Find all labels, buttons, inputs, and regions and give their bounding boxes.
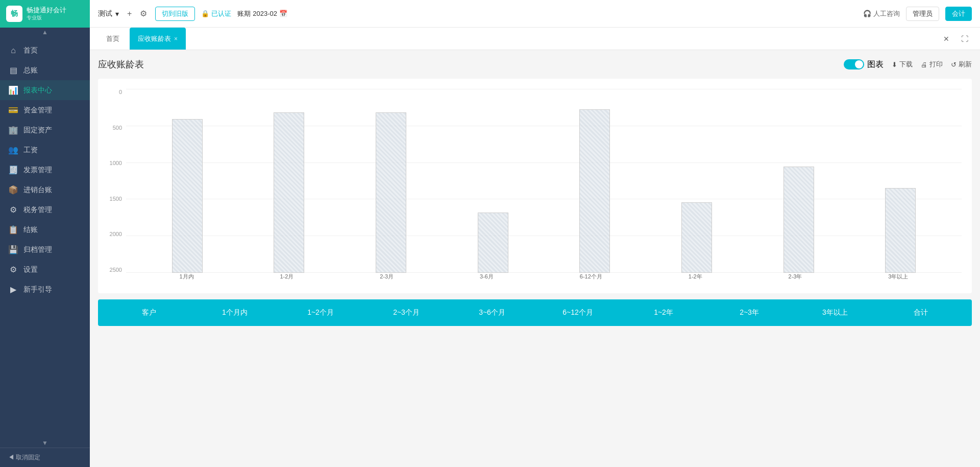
download-button[interactable]: ⬇ 下载 — [892, 60, 913, 69]
sidebar-item-home[interactable]: ⌂首页 — [0, 41, 90, 60]
sidebar-item-wages[interactable]: 👥工资 — [0, 140, 90, 160]
project-selector[interactable]: 测试 ▾ — [98, 9, 119, 18]
y-label: 0 — [108, 89, 122, 95]
sidebar-label-settings: 设置 — [23, 265, 38, 274]
y-label: 1500 — [108, 196, 122, 202]
main-area: 测试 ▾ + ⚙ 切到旧版 🔒 已认证 账期 2023-02 📅 🎧 人工咨询 … — [90, 0, 980, 467]
topbar: 测试 ▾ + ⚙ 切到旧版 🔒 已认证 账期 2023-02 📅 🎧 人工咨询 … — [90, 0, 980, 28]
table-header-cell: 客户 — [106, 308, 192, 317]
y-label: 500 — [108, 125, 122, 131]
bars-row — [126, 89, 962, 273]
logo-sub: 专业版 — [27, 14, 66, 21]
bar-group — [885, 188, 916, 273]
print-button[interactable]: 🖨 打印 — [921, 60, 943, 69]
bars-area: 1月内1-2月2-3月3-6月6-12个月1-2年2-3年3年以上 — [126, 89, 962, 283]
consult-button[interactable]: 🎧 人工咨询 — [863, 9, 900, 18]
sidebar-icon-reports: 📊 — [8, 85, 18, 95]
page-actions: 图表 ⬇ 下载 🖨 打印 ↺ 刷新 — [844, 59, 972, 70]
chart-wrap: 25002000150010005000 1月内1-2月2-3月3-6月6-12… — [108, 89, 962, 283]
period-selector[interactable]: 账期 2023-02 📅 — [237, 9, 287, 18]
refresh-button[interactable]: ↺ 刷新 — [951, 60, 972, 69]
y-label: 2000 — [108, 231, 122, 237]
sidebar-item-funds[interactable]: 💳资金管理 — [0, 100, 90, 120]
page-title: 应收账龄表 — [98, 58, 144, 71]
tab-home[interactable]: 首页 — [98, 28, 128, 50]
table-header-cell: 3年以上 — [792, 308, 878, 317]
sidebar-item-guide[interactable]: ▶新手引导 — [0, 279, 90, 299]
table-header-cell: 1~2年 — [621, 308, 706, 317]
table-header-cell: 3~6个月 — [449, 308, 535, 317]
x-labels: 1月内1-2月2-3月3-6月6-12个月1-2年2-3年3年以上 — [126, 273, 962, 283]
bar-group — [681, 202, 712, 273]
x-label: 1-2月 — [280, 273, 293, 283]
x-label: 1-2年 — [689, 273, 702, 283]
add-button[interactable]: + — [125, 7, 134, 20]
bar — [478, 213, 508, 273]
bar-group — [172, 119, 203, 273]
x-label: 6-12个月 — [580, 273, 602, 283]
tab-home-label: 首页 — [106, 34, 119, 43]
sidebar-label-home: 首页 — [23, 46, 38, 55]
y-axis: 25002000150010005000 — [108, 89, 126, 283]
sidebar-label-settle: 结账 — [23, 225, 38, 235]
unpin-sidebar-button[interactable]: ◀ 取消固定 — [0, 448, 90, 467]
sidebar-item-reports[interactable]: 📊报表中心 — [0, 80, 90, 100]
consult-icon: 🎧 — [863, 10, 871, 17]
maximize-window-button[interactable]: ⛶ — [958, 32, 972, 46]
sidebar-item-ledger[interactable]: ▤总账 — [0, 60, 90, 80]
sidebar-icon-assets: 🏢 — [8, 125, 18, 135]
sidebar-icon-home: ⌂ — [8, 46, 18, 55]
table-header: 客户1个月内1~2个月2~3个月3~6个月6~12个月1~2年2~3年3年以上合… — [98, 299, 972, 326]
project-name: 测试 — [98, 9, 112, 18]
tab-receivable[interactable]: 应收账龄表 × — [130, 28, 186, 50]
y-label: 1000 — [108, 160, 122, 166]
topbar-right: 🎧 人工咨询 管理员 会计 — [863, 7, 972, 21]
sidebar-icon-sales: 📦 — [8, 185, 18, 195]
x-label: 3-6月 — [480, 273, 494, 283]
sidebar-scroll-up[interactable]: ▲ — [0, 28, 90, 37]
calendar-icon: 📅 — [279, 10, 287, 17]
sidebar-icon-tax: ⚙ — [8, 205, 18, 215]
content-area: 应收账龄表 图表 ⬇ 下载 🖨 打印 ↺ 刷新 — [90, 50, 980, 467]
sidebar-item-assets[interactable]: 🏢固定资产 — [0, 120, 90, 140]
x-label: 2-3月 — [380, 273, 394, 283]
sidebar-icon-funds: 💳 — [8, 105, 18, 115]
sidebar-label-archive: 归档管理 — [23, 245, 52, 254]
table-header-cell: 1个月内 — [192, 308, 278, 317]
logo-icon: 畅 — [6, 6, 22, 22]
refresh-icon: ↺ — [951, 61, 957, 68]
consult-label: 人工咨询 — [873, 9, 900, 18]
switch-version-button[interactable]: 切到旧版 — [155, 7, 195, 21]
topbar-actions: + ⚙ — [125, 7, 149, 20]
sidebar-item-sales[interactable]: 📦进销台账 — [0, 180, 90, 200]
sidebar-item-settings[interactable]: ⚙设置 — [0, 260, 90, 279]
window-controls: ✕ ⛶ — [939, 32, 972, 46]
download-icon: ⬇ — [892, 61, 897, 68]
sidebar-item-archive[interactable]: 💾归档管理 — [0, 240, 90, 260]
table-header-cell: 2~3个月 — [363, 308, 449, 317]
sidebar-item-tax[interactable]: ⚙税务管理 — [0, 200, 90, 220]
chart-toggle[interactable] — [844, 59, 864, 69]
sidebar-icon-wages: 👥 — [8, 145, 18, 155]
dropdown-icon: ▾ — [115, 10, 119, 18]
sidebar-icon-settle: 📋 — [8, 225, 18, 235]
sidebar-scroll-down[interactable]: ▼ — [0, 438, 90, 448]
chart-toggle-wrap: 图表 — [844, 59, 884, 70]
tab-close-icon[interactable]: × — [174, 35, 178, 42]
certified-label: 已认证 — [211, 9, 231, 18]
sidebar-item-invoice[interactable]: 🧾发票管理 — [0, 160, 90, 180]
tabbar: 首页 应收账龄表 × ✕ ⛶ — [90, 28, 980, 50]
settings-icon[interactable]: ⚙ — [138, 7, 149, 20]
sidebar-label-funds: 资金管理 — [23, 106, 52, 115]
certified-status: 🔒 已认证 — [201, 9, 231, 18]
x-label: 2-3年 — [789, 273, 802, 283]
x-label: 3年以上 — [888, 273, 908, 283]
bar-group — [579, 109, 610, 273]
sidebar-nav: ⌂首页▤总账📊报表中心💳资金管理🏢固定资产👥工资🧾发票管理📦进销台账⚙税务管理📋… — [0, 37, 90, 438]
close-window-button[interactable]: ✕ — [939, 32, 953, 46]
manager-role-button[interactable]: 管理员 — [906, 7, 939, 21]
bar — [376, 112, 406, 273]
sidebar-item-settle[interactable]: 📋结账 — [0, 220, 90, 240]
accountant-role-button[interactable]: 会计 — [945, 7, 972, 21]
sidebar-icon-settings: ⚙ — [8, 265, 18, 274]
